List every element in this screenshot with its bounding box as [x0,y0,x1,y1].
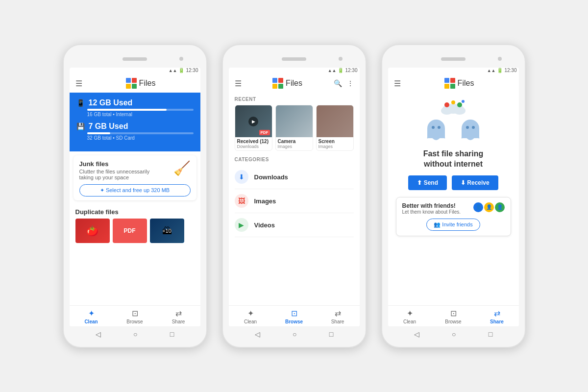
svg-point-25 [457,102,462,107]
recent-name-1: Received (12) [237,139,270,144]
avatar-2: 👤 [484,202,494,212]
sd-bar-fill [87,132,111,134]
junk-desc: Clutter the files unnecessarily taking u… [79,169,158,180]
battery-icon-1: 🔋 [178,68,184,73]
speaker-3 [441,57,466,61]
search-icon-2[interactable]: 🔍 [334,79,342,87]
recent-sub-2: Images [278,144,311,149]
more-icon-2[interactable]: ⋮ [347,79,354,87]
clean-icon-2: ✦ [247,309,254,318]
svg-rect-11 [450,84,455,89]
bottom-nav-2: ✦ Clean ⊡ Browse ⇄ Share [229,305,360,326]
share-label-3: Share [490,319,504,324]
battery-icon-3: 🔋 [497,68,503,73]
files-logo-2: Files [246,78,329,89]
phone-1-top-bar [70,54,200,64]
svg-rect-7 [278,84,283,89]
phone-nav-bar-1: ◁ ○ □ [70,326,200,341]
recent-button-1[interactable]: □ [170,330,174,338]
home-button-1[interactable]: ○ [133,330,137,338]
svg-point-18 [438,126,441,129]
category-videos[interactable]: ▶ Videos [235,213,354,237]
camera-2 [339,57,343,61]
back-button-2[interactable]: ◁ [255,330,260,338]
phone-3-screen: ▲▲ 🔋 12:30 ☰ Files [388,68,519,326]
nav-browse-2[interactable]: ⊡ Browse [272,309,316,324]
invite-button[interactable]: 👥 Invite friends [426,219,480,231]
app-title-3: Files [458,79,474,88]
recent-info-2: Camera Images [276,137,313,150]
sd-storage-icon: 💾 [76,122,85,130]
junk-card: Junk files Clutter the files unnecessari… [74,155,196,200]
category-images[interactable]: 🖼 Images [235,189,354,213]
recent-grid: ▶ PDF Received (12) Downloads Camer [235,105,354,151]
duplicate-title: Duplicate files [75,208,195,216]
files-logo-1: Files [87,78,195,89]
hamburger-icon-1[interactable]: ☰ [75,79,82,88]
nav-share-3[interactable]: ⇄ Share [475,309,519,324]
nav-clean-1[interactable]: ✦ Clean [70,309,113,324]
recent-item-3[interactable]: Screen Images [316,105,354,151]
nav-clean-3[interactable]: ✦ Clean [388,309,432,324]
thumb-1: 🍅 [75,219,110,243]
recent-name-3: Screen [318,139,351,144]
time-2: 12:30 [345,68,357,73]
recent-button-3[interactable]: □ [489,330,492,338]
category-downloads[interactable]: ⬇ Downloads [235,165,354,189]
status-bar-3: ▲▲ 🔋 12:30 [388,68,519,74]
nav-clean-2[interactable]: ✦ Clean [229,309,272,324]
svg-rect-6 [272,84,277,89]
recent-info-3: Screen Images [317,137,353,150]
hamburger-icon-2[interactable]: ☰ [235,79,242,88]
duplicate-section: Duplicate files 🍅 PDF 🏔 +10 [70,204,200,245]
hamburger-icon-3[interactable]: ☰ [394,79,401,88]
nav-share-2[interactable]: ⇄ Share [316,309,360,324]
status-bar-2: ▲▲ 🔋 12:30 [229,68,360,74]
svg-rect-8 [444,78,449,83]
recent-thumb-3 [317,105,353,137]
recent-item-2[interactable]: Camera Images [275,105,313,151]
browse-label-1: Browse [126,319,143,324]
browse-icon-2: ⊡ [291,309,297,318]
clean-icon-1: ✦ [88,309,95,318]
internal-used: 12 GB Used [89,98,133,107]
internal-bar-fill [87,109,167,111]
svg-point-22 [472,126,475,129]
receive-button[interactable]: ⬇ Receive [452,175,498,190]
recent-thumb-2 [276,105,313,137]
svg-rect-9 [450,78,455,83]
sharing-title: Fast file sharingwithout internet [423,149,484,170]
recent-item-1[interactable]: ▶ PDF Received (12) Downloads [235,105,272,151]
nav-share-1[interactable]: ⇄ Share [157,309,200,324]
bottom-nav-3: ✦ Clean ⊡ Browse ⇄ Share [388,305,519,326]
sd-bar-bg [87,132,194,134]
nav-browse-3[interactable]: ⊡ Browse [432,309,475,324]
friends-desc: Let them know about Files. [402,209,461,215]
camera-3 [498,57,502,61]
svg-point-14 [454,107,466,115]
back-button-3[interactable]: ◁ [414,330,419,338]
nav-browse-1[interactable]: ⊡ Browse [113,309,157,324]
avatar-3: 👤 [495,202,505,212]
videos-icon: ▶ [235,218,248,232]
images-label: Images [254,197,276,205]
phone-3-top-bar [388,54,519,64]
back-button-1[interactable]: ◁ [96,330,101,338]
recent-button-2[interactable]: □ [329,330,333,338]
app-title-1: Files [139,79,156,88]
free-up-button[interactable]: ✦ Select and free up 320 MB [79,184,191,196]
ghost-illustration [421,100,485,144]
images-icon: 🖼 [235,194,248,208]
thumb-3: 🏔 +10 [150,219,184,243]
signal-icon-2: ▲▲ [328,68,337,73]
svg-rect-10 [444,84,449,89]
share-icon-2: ⇄ [335,309,341,318]
share-label-2: Share [331,319,344,324]
home-button-3[interactable]: ○ [452,330,456,338]
svg-rect-3 [132,84,137,89]
home-button-2[interactable]: ○ [293,330,296,338]
send-button[interactable]: ⬆ Send [408,175,447,190]
friends-card: Better with friends! Let them know about… [396,197,511,236]
phone-1-content: 📱 12 GB Used 16 GB total • Internal 💾 7 … [70,93,200,326]
downloads-icon: ⬇ [235,170,248,184]
